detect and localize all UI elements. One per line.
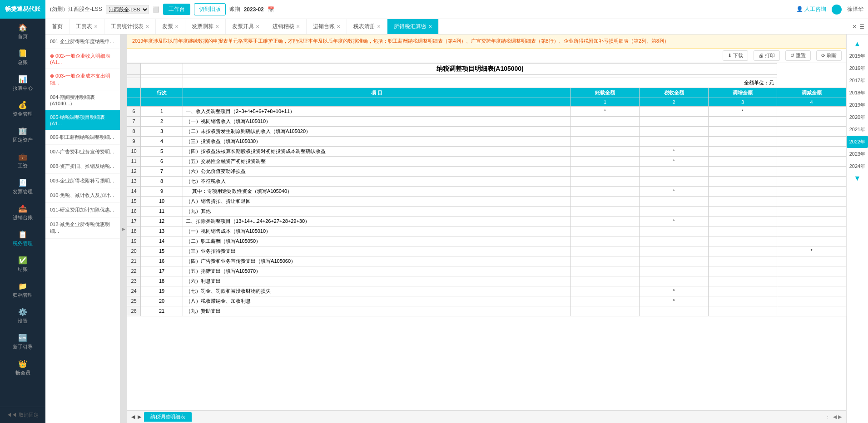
year-2019[interactable]: 2019年 xyxy=(847,99,868,111)
c1-cell[interactable] xyxy=(570,276,640,286)
item-cell[interactable]: （四）按权益法核算长期股权投资对初始投资成本调整确认收益 xyxy=(183,146,571,156)
left-item-010[interactable]: 010-免税、减计收入及加计... xyxy=(45,188,120,203)
c2-cell[interactable]: * xyxy=(640,216,709,226)
c4-cell[interactable] xyxy=(777,196,846,206)
tab-salary-report-close[interactable]: ✕ xyxy=(145,24,149,29)
c1-cell[interactable] xyxy=(570,266,640,276)
c1-cell[interactable] xyxy=(570,296,640,306)
item-cell[interactable]: （七）不征税收入 xyxy=(183,176,571,186)
c4-cell[interactable] xyxy=(777,176,846,186)
c1-cell[interactable] xyxy=(570,226,640,236)
c4-cell[interactable] xyxy=(777,116,846,126)
c4-cell[interactable] xyxy=(777,146,846,156)
company-select[interactable]: 江西股全-LSS xyxy=(106,5,149,14)
c2-cell[interactable]: * xyxy=(640,186,709,196)
c2-cell[interactable] xyxy=(640,136,709,146)
c1-cell[interactable] xyxy=(570,216,640,226)
c4-cell[interactable] xyxy=(777,256,846,266)
item-cell[interactable]: （五）交易性金融资产初始投资调整 xyxy=(183,156,571,166)
tab-invoice-calc-close[interactable]: ✕ xyxy=(215,24,219,29)
left-item-012[interactable]: 012-减免企业所得税优惠明细... xyxy=(45,217,120,239)
c1-cell[interactable] xyxy=(570,286,640,296)
tab-invoice-open[interactable]: 发票开具 ✕ xyxy=(226,19,266,34)
c2-cell[interactable] xyxy=(640,306,709,316)
tab-income-tax[interactable]: 所得税汇算缴 ✕ xyxy=(387,19,439,34)
cell[interactable] xyxy=(141,74,183,78)
left-item-008[interactable]: 008-资产折旧、摊销及纳税... xyxy=(45,159,120,174)
c3-cell[interactable] xyxy=(708,306,777,316)
sidebar-item-fixed[interactable]: 🏢 固定资产 xyxy=(0,122,45,148)
c4-cell[interactable] xyxy=(777,296,846,306)
sidebar-item-salary[interactable]: 💼 工资 xyxy=(0,148,45,174)
help-link[interactable]: 👤 人工咨询 xyxy=(796,5,826,13)
c3-cell[interactable] xyxy=(708,126,777,136)
c3-cell[interactable] xyxy=(708,266,777,276)
item-cell[interactable]: 其中：专项用途财政性资金（填写A105040） xyxy=(183,186,571,196)
year-2018[interactable]: 2018年 xyxy=(847,87,868,99)
c4-cell[interactable]: * xyxy=(777,246,846,256)
sidebar-item-home[interactable]: 🏠 首页 xyxy=(0,19,45,44)
item-cell[interactable]: （八）销售折扣、折让和退回 xyxy=(183,196,571,206)
reset-button[interactable]: ↺ 重置 xyxy=(785,50,811,61)
c2-cell[interactable]: * xyxy=(640,286,709,296)
tab-income-tax-close[interactable]: ✕ xyxy=(428,24,432,29)
year-2022[interactable]: 2022年 xyxy=(847,136,868,148)
tab-invoice-calc[interactable]: 发票测算 ✕ xyxy=(185,19,226,34)
tab-invoice[interactable]: 发票 ✕ xyxy=(156,19,185,34)
c1-cell[interactable] xyxy=(570,176,640,186)
c2-cell[interactable] xyxy=(640,256,709,266)
item-cell[interactable]: （三）投资收益（填写A105030） xyxy=(183,136,571,146)
tab-salary-report[interactable]: 工资统计报表 ✕ xyxy=(104,19,156,34)
worktable-button[interactable]: 工作台 xyxy=(163,4,190,15)
item-cell[interactable]: （六）公允价值变动净损益 xyxy=(183,166,571,176)
c4-cell[interactable] xyxy=(777,156,846,166)
cell[interactable] xyxy=(141,63,183,74)
c4-cell[interactable] xyxy=(777,186,846,196)
c3-cell[interactable] xyxy=(708,146,777,156)
c2-cell[interactable] xyxy=(640,176,709,186)
panel-collapse-btn[interactable]: ▶ xyxy=(120,34,127,423)
c3-cell[interactable] xyxy=(708,136,777,146)
item-cell[interactable]: （九）赞助支出 xyxy=(183,306,571,316)
c2-cell[interactable]: * xyxy=(640,146,709,156)
year-2016[interactable]: 2016年 xyxy=(847,62,868,74)
tab-ledger[interactable]: 进销台账 ✕ xyxy=(307,19,347,34)
c3-cell[interactable] xyxy=(708,296,777,306)
c2-cell[interactable] xyxy=(640,226,709,236)
prev-sheet-icon[interactable]: ◀ xyxy=(131,414,135,420)
item-cell[interactable]: （五）捐赠支出（填写A105070） xyxy=(183,266,571,276)
left-item-009[interactable]: 009-企业所得税附补亏损明... xyxy=(45,174,120,188)
c4-cell[interactable] xyxy=(777,306,846,316)
c4-cell[interactable] xyxy=(777,206,846,216)
c3-cell[interactable] xyxy=(708,226,777,236)
item-cell[interactable]: 一、收入类调整项目（2+3+4+5+6+7+8+10+11） xyxy=(183,106,571,116)
c2-cell[interactable] xyxy=(640,196,709,206)
print-button[interactable]: 🖨 打印 xyxy=(754,50,780,61)
c4-cell[interactable] xyxy=(777,106,846,116)
tab-home[interactable]: 首页 xyxy=(45,19,69,34)
c2-cell[interactable] xyxy=(640,236,709,246)
tab-menu-icon[interactable]: ☰ xyxy=(859,24,864,30)
left-item-006[interactable]: 006-职工薪酬纳税调整明细... xyxy=(45,130,120,145)
sidebar-item-capital[interactable]: 💰 资金管理 xyxy=(0,96,45,122)
year-nav-up[interactable]: ▲ xyxy=(852,38,863,50)
c3-cell[interactable] xyxy=(708,206,777,216)
sidebar-item-purchase[interactable]: 📥 进销台账 xyxy=(0,200,45,226)
old-version-button[interactable]: 切到旧版 xyxy=(194,3,226,15)
c3-cell[interactable] xyxy=(708,236,777,246)
left-item-005[interactable]: 005-纳税调整项目明细表(A1... xyxy=(45,110,120,130)
c3-cell[interactable] xyxy=(708,196,777,206)
c4-cell[interactable] xyxy=(777,166,846,176)
sidebar-item-invoice[interactable]: 🧾 发票管理 xyxy=(0,174,45,200)
c3-cell[interactable] xyxy=(708,246,777,256)
tab-salary[interactable]: 工资表 ✕ xyxy=(69,19,104,34)
c3-cell[interactable] xyxy=(708,116,777,126)
c1-cell[interactable] xyxy=(570,256,640,266)
tab-ledger-close[interactable]: ✕ xyxy=(337,24,340,29)
year-2021[interactable]: 2021年 xyxy=(847,123,868,136)
c2-cell[interactable] xyxy=(640,276,709,286)
c1-cell[interactable] xyxy=(570,116,640,126)
year-2023[interactable]: 2023年 xyxy=(847,148,868,160)
c4-cell[interactable] xyxy=(777,136,846,146)
c4-cell[interactable] xyxy=(777,226,846,236)
